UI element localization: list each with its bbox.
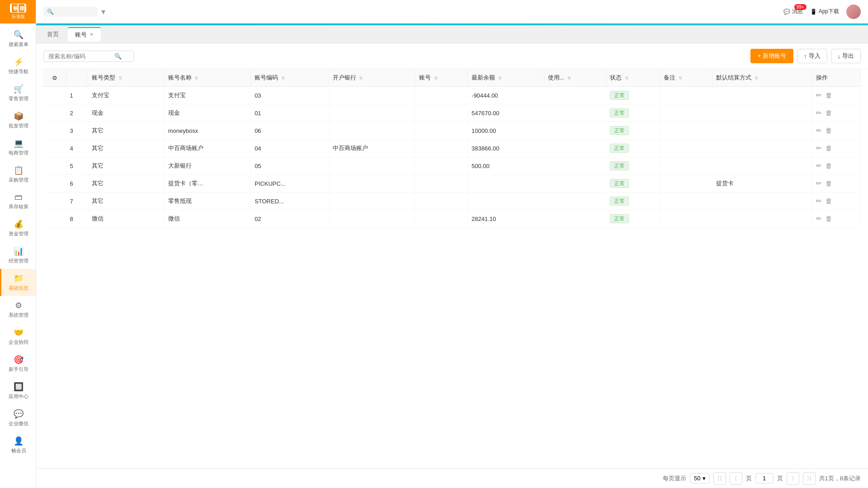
row-name-1: 现金 (164, 104, 250, 122)
edit-icon-4[interactable]: ✏ (816, 162, 822, 170)
last-page-button[interactable]: ⟩⟩ (803, 472, 816, 485)
table-row: 6 其它 提货卡（零… PICKUPC... 正常 提货卡 ✏ 🗑 (43, 175, 861, 192)
sidebar-item-quick-nav[interactable]: ⚡ 快捷导航 (0, 52, 36, 80)
sidebar-item-wholesale[interactable]: 📦 批发管理 (0, 107, 36, 134)
col-usage[interactable]: 使用... ⇅ (544, 69, 606, 87)
app-download-button[interactable]: 📱 App下载 (810, 8, 839, 15)
row-settings-6 (43, 192, 66, 210)
col-remark[interactable]: 备注 ⇅ (660, 69, 712, 87)
content-header: 🔍 + 新增账号 ↑ 导入 ↓ 导出 (36, 43, 868, 69)
edit-icon-6[interactable]: ✏ (816, 197, 822, 205)
row-num-4: 5 (66, 157, 88, 175)
col-default-payment[interactable]: 默认结算方式 ⇅ (712, 69, 812, 87)
sidebar-item-purchase[interactable]: 📋 采购管理 (0, 161, 36, 188)
tab-home[interactable]: 首页 (40, 28, 66, 41)
purchase-icon: 📋 (14, 165, 24, 175)
edit-icon-3[interactable]: ✏ (816, 144, 822, 152)
sidebar-item-inventory[interactable]: 🗃 库存核算 (0, 188, 36, 215)
edit-icon-2[interactable]: ✏ (816, 127, 822, 135)
sidebar-item-retail[interactable]: 🛒 零售管理 (0, 80, 36, 107)
edit-icon-1[interactable]: ✏ (816, 109, 822, 117)
row-settings-0 (43, 87, 66, 104)
row-num-2: 3 (66, 122, 88, 140)
delete-icon-1[interactable]: 🗑 (826, 109, 832, 117)
sidebar-item-label-wholesale: 批发管理 (9, 122, 28, 129)
search-icon: 🔍 (114, 53, 122, 60)
delete-icon-2[interactable]: 🗑 (826, 127, 832, 135)
sidebar-item-basic[interactable]: 📁 基础信息 (0, 269, 36, 296)
edit-icon-7[interactable]: ✏ (816, 215, 822, 223)
col-status[interactable]: 状态 ⇅ (606, 69, 660, 87)
sidebar-item-label-basic: 基础信息 (9, 285, 28, 291)
row-balance-7: 28241.10 (468, 210, 544, 228)
row-default-payment-5: 提货卡 (712, 175, 812, 192)
delete-icon-0[interactable]: 🗑 (826, 91, 832, 99)
sidebar-item-wechat-work[interactable]: 💬 企业微信 (0, 404, 36, 432)
row-status-1: 正常 (606, 104, 660, 122)
sidebar-item-guide[interactable]: 🎯 新手引导 (0, 350, 36, 377)
row-code-3: 04 (251, 140, 329, 157)
first-page-button[interactable]: ⟨⟨ (713, 472, 726, 485)
account-search-input[interactable] (48, 53, 112, 60)
user-avatar[interactable] (846, 5, 861, 19)
row-account-2 (415, 122, 467, 140)
delete-icon-7[interactable]: 🗑 (826, 215, 832, 223)
sidebar-item-member[interactable]: 👤 畅会员 (0, 432, 36, 459)
message-button[interactable]: 💬 消息 99+ (783, 8, 803, 15)
delete-icon-6[interactable]: 🗑 (826, 197, 832, 205)
table-row: 3 其它 moneybosx 06 10000.00 正常 ✏ 🗑 (43, 122, 861, 140)
sidebar-item-label-inventory: 库存核算 (9, 203, 28, 210)
import-button[interactable]: ↑ 导入 (797, 49, 827, 63)
table-row: 4 其它 中百商场账户 04 中百商场账户 383866.00 正常 ✏ 🗑 (43, 140, 861, 157)
svg-text:捷: 捷 (19, 5, 24, 11)
tab-account[interactable]: 账号✕ (68, 27, 101, 42)
row-settings-1 (43, 104, 66, 122)
row-balance-0: -90444.00 (468, 87, 544, 104)
row-type-3: 其它 (88, 140, 164, 157)
add-account-button[interactable]: + 新增账号 (750, 49, 793, 63)
sidebar-item-app-center[interactable]: 🔲 应用中心 (0, 377, 36, 404)
col-settings[interactable]: ⚙ (43, 69, 66, 87)
account-search-bar[interactable]: 🔍 (43, 51, 134, 62)
row-settings-3 (43, 140, 66, 157)
delete-icon-4[interactable]: 🗑 (826, 162, 832, 170)
col-balance[interactable]: 最新余额 ⇅ (468, 69, 544, 87)
sidebar-item-label-member: 畅会员 (11, 447, 26, 454)
page-label-2: 页 (777, 474, 783, 483)
row-num-0: 1 (66, 87, 88, 104)
row-usage-6 (544, 192, 606, 210)
col-account[interactable]: 账号 ⇅ (415, 69, 467, 87)
col-bank[interactable]: 开户银行 ⇅ (329, 69, 415, 87)
page-input[interactable] (755, 473, 774, 483)
sidebar-item-system[interactable]: ⚙ 系统管理 (0, 296, 36, 323)
sidebar-item-label-guide: 新手引导 (9, 366, 28, 373)
sidebar-item-search[interactable]: 🔍 搜索菜单 (0, 25, 36, 52)
topbar-search[interactable]: 🔍 (43, 7, 98, 17)
edit-icon-5[interactable]: ✏ (816, 179, 822, 188)
edit-icon-0[interactable]: ✏ (816, 91, 822, 99)
delete-icon-3[interactable]: 🗑 (826, 144, 832, 152)
guide-icon: 🎯 (14, 355, 24, 365)
row-name-0: 支付宝 (164, 87, 250, 104)
sidebar-item-ecommerce[interactable]: 💻 电商管理 (0, 134, 36, 161)
sidebar-item-finance[interactable]: 💰 资金管理 (0, 215, 36, 242)
export-button[interactable]: ↓ 导出 (831, 49, 861, 63)
tab-close-account[interactable]: ✕ (90, 32, 94, 37)
col-num (66, 69, 88, 87)
col-type[interactable]: 账号类型 ⇅ (88, 69, 164, 87)
sidebar-item-enterprise[interactable]: 🤝 企业协同 (0, 323, 36, 350)
page-label: 页 (746, 474, 752, 483)
col-code[interactable]: 账号编码 ⇅ (251, 69, 329, 87)
inventory-icon: 🗃 (14, 192, 23, 202)
sidebar: 畅 捷 乐涨版 🔍 搜索菜单 ⚡ 快捷导航 🛒 零售管理 📦 批发管理 💻 电商… (0, 0, 36, 488)
next-page-button[interactable]: ⟩ (787, 472, 799, 485)
row-account-3 (415, 140, 467, 157)
sidebar-item-operation[interactable]: 📊 经营管理 (0, 242, 36, 269)
topbar-dropdown[interactable]: ▾ (101, 7, 105, 17)
per-page-select[interactable]: 50 ▾ (690, 473, 709, 483)
delete-icon-5[interactable]: 🗑 (826, 179, 832, 188)
row-type-0: 支付宝 (88, 87, 164, 104)
prev-page-button[interactable]: ⟨ (730, 472, 742, 485)
col-name[interactable]: 账号名称 ⇅ (164, 69, 250, 87)
row-remark-6 (660, 192, 712, 210)
